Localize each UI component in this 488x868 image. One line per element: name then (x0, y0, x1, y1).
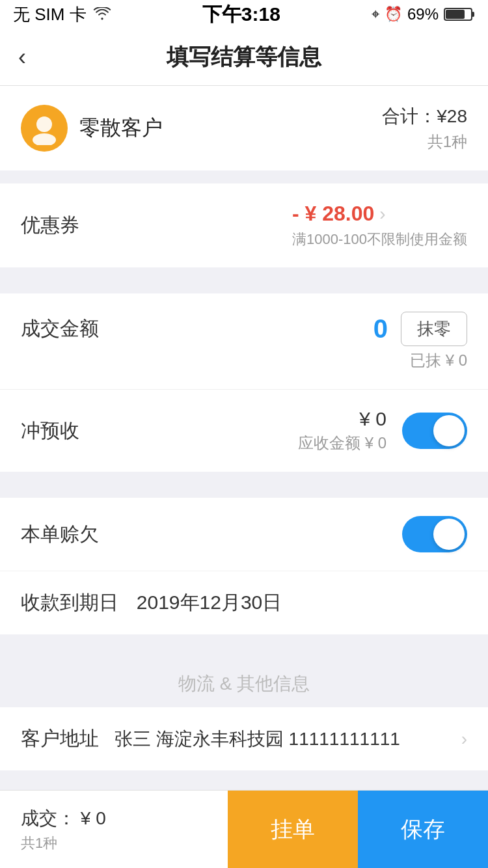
section-gap-1 (0, 280, 488, 293)
section-gap-3 (0, 647, 488, 660)
bottom-bar: 成交： ¥ 0 共1种 挂单 保存 (0, 790, 488, 868)
battery-text: 69% (407, 5, 439, 23)
back-button[interactable]: ‹ (18, 44, 26, 71)
trans-value: 0 (373, 314, 388, 344)
location-icon: ⌖ (372, 6, 379, 23)
coupon-amount: - ¥ 28.00 (292, 202, 374, 226)
advance-sub: 应收金额 ¥ 0 (79, 433, 386, 454)
coupon-chevron: › (379, 204, 385, 224)
logistics-label: 物流 & 其他信息 (178, 671, 310, 696)
advance-label: 冲预收 (21, 418, 79, 444)
customer-right: 合计：¥28 共1种 (382, 104, 467, 152)
customer-total: 合计：¥28 (382, 104, 467, 129)
save-button[interactable]: 保存 (358, 791, 488, 868)
trans-right: 0 抹零 (373, 312, 467, 346)
status-time: 下午3:18 (202, 1, 280, 28)
bottom-info: 成交： ¥ 0 共1种 (0, 791, 228, 868)
status-left: 无 SIM 卡 (13, 3, 111, 26)
bottom-deal: 成交： ¥ 0 (21, 806, 207, 831)
coupon-card[interactable]: 优惠券 - ¥ 28.00 › 满1000-100不限制使用金额 (0, 183, 488, 267)
page-title: 填写结算等信息 (167, 42, 321, 72)
advance-value: ¥ 0 (79, 408, 386, 430)
nav-bar: ‹ 填写结算等信息 (0, 29, 488, 86)
trans-label: 成交金额 (21, 316, 99, 342)
trans-section: 成交金额 0 抹零 已抹 ¥ 0 (0, 293, 488, 389)
avatar (21, 105, 68, 152)
due-date-label: 收款到期日 (21, 591, 118, 613)
round-button[interactable]: 抹零 (401, 312, 467, 346)
advance-middle: ¥ 0 应收金额 ¥ 0 (79, 408, 402, 454)
advance-toggle-thumb (433, 415, 465, 446)
coupon-section[interactable]: 优惠券 - ¥ 28.00 › 满1000-100不限制使用金额 (0, 183, 488, 267)
customer-name: 零散客户 (79, 114, 163, 142)
debt-card: 本单赊欠 收款到期日 2019年12月30日 (0, 498, 488, 634)
debt-section: 本单赊欠 (0, 498, 488, 571)
logistics-divider: 物流 & 其他信息 (0, 660, 488, 707)
trans-sub: 已抹 ¥ 0 (21, 350, 467, 371)
coupon-right: - ¥ 28.00 › 满1000-100不限制使用金额 (292, 202, 467, 249)
address-section[interactable]: 客户地址 张三 海淀永丰科技园 11111111111 › (0, 707, 488, 770)
debt-toggle-thumb (433, 519, 465, 550)
due-date-section: 收款到期日 2019年12月30日 (0, 571, 488, 634)
customer-card: 零散客户 合计：¥28 共1种 (0, 86, 488, 170)
customer-left: 零散客户 (21, 105, 163, 152)
status-right: ⌖ ⏰ 69% (372, 5, 475, 23)
due-date-value: 2019年12月30日 (137, 591, 282, 613)
customer-count: 共1种 (382, 131, 467, 152)
svg-point-3 (36, 116, 52, 132)
coupon-desc: 满1000-100不限制使用金额 (292, 230, 467, 249)
coupon-label: 优惠券 (21, 212, 79, 239)
transaction-card: 成交金额 0 抹零 已抹 ¥ 0 冲预收 ¥ 0 应收金额 ¥ 0 (0, 293, 488, 472)
status-bar: 无 SIM 卡 下午3:18 ⌖ ⏰ 69% (0, 0, 488, 29)
svg-rect-2 (446, 10, 465, 19)
section-gap-2 (0, 485, 488, 498)
customer-row: 零散客户 合计：¥28 共1种 (0, 86, 488, 170)
address-chevron: › (461, 729, 467, 750)
debt-toggle[interactable] (402, 516, 467, 552)
advance-row: 冲预收 ¥ 0 应收金额 ¥ 0 (0, 389, 488, 472)
address-value: 张三 海淀永丰科技园 11111111111 (115, 727, 461, 752)
address-label: 客户地址 (21, 726, 99, 752)
advance-toggle[interactable] (402, 413, 467, 449)
carrier-text: 无 SIM 卡 (13, 3, 87, 26)
alarm-icon: ⏰ (385, 6, 402, 23)
debt-label: 本单赊欠 (21, 521, 99, 548)
battery-icon (444, 7, 475, 22)
svg-point-4 (33, 133, 56, 145)
trans-row: 成交金额 0 抹零 (21, 312, 467, 346)
svg-rect-1 (472, 12, 474, 17)
address-card[interactable]: 客户地址 张三 海淀永丰科技园 11111111111 › (0, 707, 488, 770)
wifi-icon (93, 5, 111, 25)
bottom-count: 共1种 (21, 834, 207, 853)
hang-order-button[interactable]: 挂单 (228, 791, 358, 868)
